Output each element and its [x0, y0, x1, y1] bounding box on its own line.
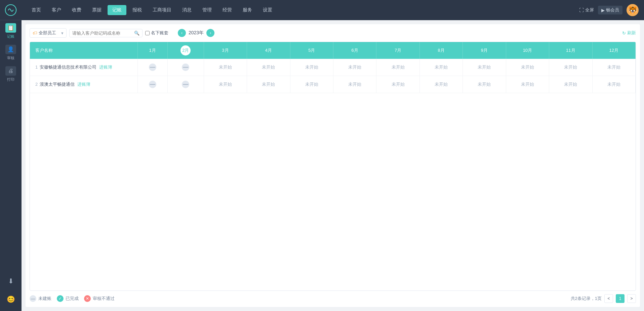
not-started-status: 未开始: [305, 82, 318, 87]
enter-ledger-link[interactable]: 进账簿: [99, 65, 112, 70]
nav-biz[interactable]: 工商项目: [148, 5, 176, 15]
col-header-may: 5月: [290, 42, 333, 59]
sidebar-item-print[interactable]: 🖨 打印: [0, 63, 22, 85]
not-started-status: 未开始: [348, 65, 361, 70]
nav-service[interactable]: 服务: [238, 5, 257, 15]
year-display: 2023年: [189, 30, 204, 36]
col-header-mar: 3月: [204, 42, 247, 59]
not-started-status: 未开始: [392, 82, 405, 87]
not-started-status: 未开始: [305, 65, 318, 70]
footer: — 未建账 ✓ 已完成 ✕ 审核不通过 共2条记录，1页 < 1 >: [30, 291, 636, 303]
prev-year-button[interactable]: ‹: [178, 29, 186, 37]
not-started-status: 未开始: [564, 82, 577, 87]
month-cell-8: 未开始: [419, 59, 462, 76]
sidebar-bottom: ⬇ 😊: [0, 273, 22, 311]
month-cell-6: 未开始: [333, 76, 376, 93]
avatar[interactable]: 🐯: [627, 4, 639, 16]
col-header-sep: 9月: [463, 42, 506, 59]
accounting-table: 客户名称 1月 2月 3月 4月 5月 6月: [30, 42, 636, 93]
not-started-status: 未开始: [478, 65, 491, 70]
checkbox-my-accounts[interactable]: [145, 31, 150, 35]
refresh-button[interactable]: ↻ 刷新: [622, 30, 636, 36]
month-cell-1: —: [137, 59, 167, 76]
next-year-button[interactable]: ›: [206, 29, 214, 37]
month-cell-11: 未开始: [549, 59, 592, 76]
nav-tax[interactable]: 报税: [128, 5, 147, 15]
not-started-status: 未开始: [348, 82, 361, 87]
nav-invoice[interactable]: 票据: [87, 5, 106, 15]
nav-settings[interactable]: 设置: [258, 5, 277, 15]
checkbox-label[interactable]: 名下账套: [145, 30, 168, 36]
month-cell-4: 未开始: [247, 76, 290, 93]
col-header-dec: 12月: [592, 42, 635, 59]
month-cell-1: —: [137, 76, 167, 93]
month-cell-6: 未开始: [333, 59, 376, 76]
not-started-status: 未开始: [219, 65, 232, 70]
search-icon[interactable]: 🔍: [134, 31, 139, 36]
month-cell-7: 未开始: [376, 76, 419, 93]
not-started-status: 未开始: [219, 82, 232, 87]
search-input[interactable]: [72, 31, 133, 36]
current-page-button[interactable]: 1: [616, 294, 625, 303]
topnav-right: ⛶ 全屏 ▶ 畅会员 🐯: [579, 4, 639, 16]
client-name: 安徽畅捷通信息技术有限公司: [40, 65, 96, 70]
col-header-nov: 11月: [549, 42, 592, 59]
not-started-status: 未开始: [521, 65, 534, 70]
month-cell-3: 未开始: [204, 76, 247, 93]
fullscreen-button[interactable]: ⛶ 全屏: [579, 7, 594, 13]
nav-manage[interactable]: 管理: [198, 5, 216, 15]
not-started-status: 未开始: [392, 65, 405, 70]
nav-operation[interactable]: 经营: [218, 5, 237, 15]
col-header-jul: 7月: [376, 42, 419, 59]
col-header-aug: 8月: [419, 42, 462, 59]
user-face-icon[interactable]: 😊: [0, 291, 22, 308]
not-built-icon: —: [30, 295, 36, 302]
month-cell-9: 未开始: [463, 76, 506, 93]
completed-icon: ✓: [57, 295, 64, 302]
not-started-status: 未开始: [262, 82, 275, 87]
month-cell-9: 未开始: [463, 59, 506, 76]
nav-message[interactable]: 消息: [177, 5, 196, 15]
month-cell-2: —: [167, 59, 204, 76]
not-started-status: 未开始: [262, 65, 275, 70]
row-number: 1: [35, 65, 38, 70]
col-header-jun: 6月: [333, 42, 376, 59]
month-cell-7: 未开始: [376, 59, 419, 76]
nav-fee[interactable]: 收费: [67, 5, 86, 15]
not-built-status: —: [182, 81, 189, 88]
main-area: 首页 客户 收费 票据 记账 报税 工商项目 消息 管理 经营 服务 设置 ⛶ …: [22, 0, 644, 311]
audit-icon: 👤: [5, 45, 16, 54]
legend-rejected: ✕ 审核不通过: [84, 295, 115, 302]
fullscreen-icon: ⛶: [579, 7, 584, 13]
table-row: 2漠澳太平畅捷通信进账簿——未开始未开始未开始未开始未开始未开始未开始未开始未开…: [30, 76, 636, 93]
nav-client[interactable]: 客户: [47, 5, 66, 15]
sidebar-item-audit[interactable]: 👤 审核: [0, 42, 22, 63]
month-cell-10: 未开始: [506, 76, 549, 93]
prev-page-button[interactable]: <: [604, 294, 613, 303]
not-started-status: 未开始: [478, 82, 491, 87]
tag-icon: 🏷: [33, 30, 37, 36]
nav-accounting[interactable]: 记账: [108, 5, 126, 15]
not-built-status: —: [182, 64, 189, 71]
month-cell-8: 未开始: [419, 76, 462, 93]
download-icon[interactable]: ⬇: [0, 273, 22, 289]
enter-ledger-link[interactable]: 进账簿: [77, 82, 90, 87]
search-wrap: 🔍: [69, 29, 143, 37]
nav-home[interactable]: 首页: [27, 5, 46, 15]
vip-button[interactable]: ▶ 畅会员: [598, 6, 622, 14]
next-page-button[interactable]: >: [627, 294, 636, 303]
month-cell-2: —: [167, 76, 204, 93]
not-built-status: —: [149, 81, 156, 88]
employee-filter[interactable]: 🏷 全部员工 ▾: [30, 28, 67, 38]
not-started-status: 未开始: [435, 82, 448, 87]
col-header-oct: 10月: [506, 42, 549, 59]
table-row: 1安徽畅捷通信息技术有限公司进账簿——未开始未开始未开始未开始未开始未开始未开始…: [30, 59, 636, 76]
content-card: 🏷 全部员工 ▾ 🔍 名下账套 ‹ 2023年 ›: [26, 24, 640, 307]
month-cell-5: 未开始: [290, 76, 333, 93]
not-started-status: 未开始: [564, 65, 577, 70]
month-cell-12: 未开始: [592, 76, 635, 93]
toolbar: 🏷 全部员工 ▾ 🔍 名下账套 ‹ 2023年 ›: [30, 28, 636, 38]
sidebar-item-accounting[interactable]: 📋 记账: [0, 20, 22, 42]
not-built-status: —: [149, 64, 156, 71]
month-cell-11: 未开始: [549, 76, 592, 93]
